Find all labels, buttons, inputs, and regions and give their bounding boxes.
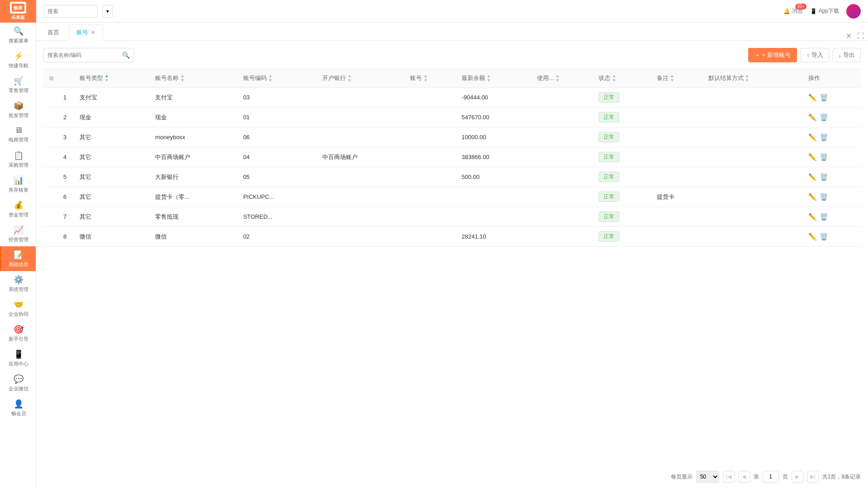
delete-icon-2[interactable]: 🗑️ [820, 133, 828, 141]
tab-home[interactable]: 首页 [40, 24, 67, 40]
index-col-header [60, 69, 76, 88]
sidebar-item-purchase[interactable]: 📋采购管理 [0, 147, 36, 172]
delete-icon-0[interactable]: 🗑️ [820, 94, 828, 102]
account-number-col-header[interactable]: 账号 ▲▼ [406, 69, 458, 88]
edit-icon-4[interactable]: ✏️ [808, 173, 817, 181]
expand-icon[interactable]: ⛶ [857, 32, 864, 40]
row-7-index: 8 [60, 227, 76, 247]
tab-label-home: 首页 [47, 28, 59, 37]
account-type-col-header[interactable]: 账号类型 ▲▼ [76, 69, 151, 88]
row-4-actions: ✏️ 🗑️ [805, 167, 861, 187]
remark-col-header[interactable]: 备注 ▲▼ [653, 69, 705, 88]
row-0-opening-bank [319, 88, 406, 108]
row-5-usage [533, 187, 595, 207]
sidebar-label-membership: 畅会员 [11, 410, 26, 417]
last-page-button[interactable]: ▶| [807, 471, 819, 483]
account-name-label: 账号名称 [155, 74, 179, 82]
app-download-button[interactable]: 📱 App下载 [810, 7, 839, 15]
tab-label-account: 账号 [76, 28, 88, 37]
row-1-account-type: 现金 [76, 108, 151, 127]
sidebar-label-inventory: 库存核算 [9, 187, 28, 193]
delete-icon-3[interactable]: 🗑️ [820, 153, 828, 161]
remark-label: 备注 [657, 74, 669, 82]
row-6-opening-bank [319, 207, 406, 227]
edit-icon-0[interactable]: ✏️ [808, 94, 817, 102]
usage-col-header[interactable]: 使用... ▲▼ [533, 69, 595, 88]
row-0-account-type: 支付宝 [76, 88, 151, 108]
row-7-status: 正常 [595, 227, 653, 247]
sidebar-item-guide[interactable]: 🎯新手引导 [0, 321, 36, 346]
close-tab-icon[interactable]: ✕ [846, 32, 852, 40]
search-input[interactable] [47, 52, 122, 58]
opening-bank-col-header[interactable]: 开户银行 ▲▼ [319, 69, 406, 88]
row-4-status: 正常 [595, 167, 653, 187]
sidebar-item-search-menu[interactable]: 🔍搜索菜单 [0, 23, 36, 47]
edit-icon-6[interactable]: ✏️ [808, 213, 817, 221]
settings-col-header[interactable]: ⚙ [43, 69, 60, 88]
prev-page-button[interactable]: ◀ [738, 471, 750, 483]
sidebar-item-quick-nav[interactable]: ⚡快捷导航 [0, 47, 36, 72]
sidebar-item-cooperation[interactable]: 🤝企业协同 [0, 296, 36, 321]
status-col-header[interactable]: 状态 ▲▼ [595, 69, 653, 88]
row-4-usage [533, 167, 595, 187]
toolbar: 🔍 ＋ + 新增账号 ↑ 导入 ↓ 导出 [43, 48, 861, 62]
row-6-default-settlement [705, 207, 805, 227]
notification-button[interactable]: 🔔 消息 99+ [783, 7, 803, 15]
next-page-button[interactable]: ▶ [792, 471, 803, 483]
row-7-remark [653, 227, 705, 247]
row-0-account-code: 03 [240, 88, 319, 108]
add-account-button[interactable]: ＋ + 新增账号 [748, 48, 797, 62]
default-settlement-label: 默认结算方式 [708, 74, 744, 82]
sidebar-item-ecommerce[interactable]: 🖥电商管理 [0, 122, 36, 147]
edit-icon-7[interactable]: ✏️ [808, 233, 817, 241]
status-badge: 正常 [599, 211, 619, 222]
table-header: ⚙ 账号类型 ▲▼ 账号名称 ▲▼ [43, 69, 861, 88]
export-button[interactable]: ↓ 导出 [833, 48, 861, 62]
top-search-input[interactable] [43, 5, 98, 18]
row-1-status: 正常 [595, 108, 653, 127]
delete-icon-7[interactable]: 🗑️ [820, 233, 828, 241]
row-4-default-settlement [705, 167, 805, 187]
svg-text:库: 库 [18, 5, 23, 10]
edit-icon-3[interactable]: ✏️ [808, 153, 817, 161]
delete-icon-6[interactable]: 🗑️ [820, 213, 828, 221]
sort-arrows-remark: ▲▼ [670, 74, 675, 83]
tab-close-account[interactable]: ✕ [91, 29, 95, 36]
sidebar-item-system[interactable]: ⚙️系统管理 [0, 271, 36, 296]
sidebar-icon-membership: 👤 [14, 399, 24, 409]
tab-account[interactable]: 账号✕ [69, 24, 103, 41]
account-code-col-header[interactable]: 账号编码 ▲▼ [240, 69, 319, 88]
row-4-account-name: 大新银行 [151, 167, 239, 187]
sidebar-item-wechat-work[interactable]: 💬企业微信 [0, 371, 36, 395]
edit-icon-1[interactable]: ✏️ [808, 113, 817, 122]
user-avatar[interactable] [846, 4, 861, 19]
sidebar-item-wholesale[interactable]: 📦批发管理 [0, 97, 36, 122]
table-row: 1 支付宝 支付宝 03 -90444.00 正常 ✏️ 🗑️ [43, 88, 861, 108]
sidebar-item-operations[interactable]: 📈经营管理 [0, 221, 36, 246]
sidebar-item-retail[interactable]: 🛒零售管理 [0, 72, 36, 97]
edit-icon-2[interactable]: ✏️ [808, 133, 817, 141]
top-dropdown-button[interactable]: ▾ [102, 5, 113, 18]
first-page-button[interactable]: |◀ [723, 471, 735, 483]
sidebar-item-inventory[interactable]: 📊库存核算 [0, 172, 36, 197]
row-3-remark [653, 147, 705, 167]
sidebar-item-app-center[interactable]: 📱应用中心 [0, 346, 36, 371]
sidebar-item-membership[interactable]: 👤畅会员 [0, 395, 36, 420]
delete-icon-5[interactable]: 🗑️ [820, 193, 828, 201]
delete-icon-1[interactable]: 🗑️ [820, 113, 828, 122]
delete-icon-4[interactable]: 🗑️ [820, 173, 828, 181]
row-3-status: 正常 [595, 147, 653, 167]
default-settlement-col-header[interactable]: 默认结算方式 ▲▼ [705, 69, 805, 88]
sidebar-item-finance[interactable]: 💰资金管理 [0, 197, 36, 221]
edit-icon-5[interactable]: ✏️ [808, 193, 817, 201]
sidebar-item-basic-info[interactable]: 📝基础信息 [0, 246, 36, 271]
row-2-index: 3 [60, 127, 76, 147]
page-input[interactable] [763, 471, 779, 483]
latest-balance-col-header[interactable]: 最新余额 ▲▼ [458, 69, 533, 88]
account-name-col-header[interactable]: 账号名称 ▲▼ [151, 69, 239, 88]
row-7-account-number [406, 227, 458, 247]
import-button[interactable]: ↑ 导入 [801, 48, 829, 62]
add-icon: ＋ [755, 51, 760, 59]
page-size-select[interactable]: 50 10 20 100 [696, 471, 719, 483]
row-0-latest-balance: -90444.00 [458, 88, 533, 108]
